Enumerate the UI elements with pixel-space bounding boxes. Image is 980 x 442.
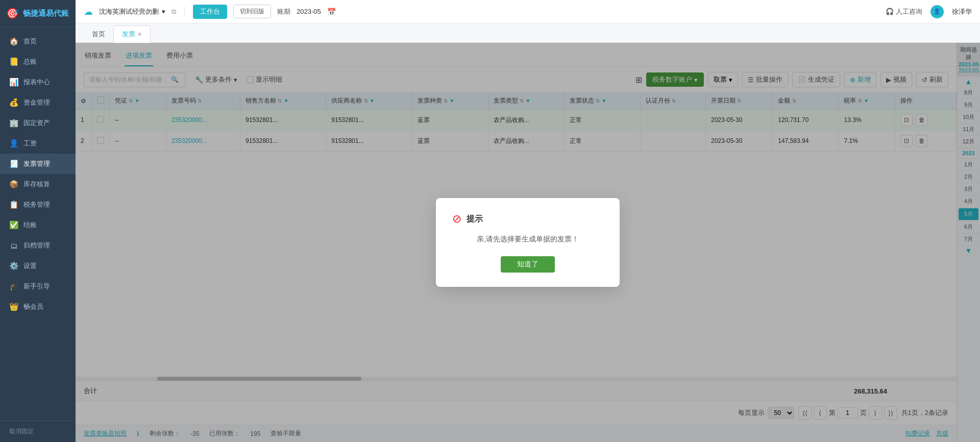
sidebar-label-archive: 归档管理 bbox=[23, 241, 50, 250]
sidebar-label-assets: 固定资产 bbox=[23, 118, 50, 128]
sidebar-label-inventory: 库存核算 bbox=[23, 180, 50, 189]
top-header: ☁ 沈海英测试经营勿删 ▾ ⧉ 工作台 切到旧版 账期 2023-05 📅 🎧 … bbox=[76, 0, 980, 23]
sidebar-item-settle[interactable]: ✅结账 bbox=[0, 215, 76, 235]
sidebar-label-settle: 结账 bbox=[23, 220, 37, 230]
sidebar-label-invoice: 发票管理 bbox=[23, 159, 50, 168]
sidebar-icon-settle: ✅ bbox=[9, 220, 18, 230]
company-name: 沈海英测试经营勿删 bbox=[99, 7, 159, 16]
company-selector[interactable]: 沈海英测试经营勿删 ▾ bbox=[99, 7, 165, 16]
header-right: 🎧 人工咨询 👤 徐泽华 bbox=[886, 5, 972, 18]
sidebar-nav: 🏠首页📒总账📊报表中心💰资金管理🏢固定资产👤工资🧾发票管理📦库存核算📋税务管理✅… bbox=[0, 27, 76, 421]
modal-warning-icon: ⊘ bbox=[452, 212, 461, 226]
modal-overlay: ⊘ 提示 亲,请先选择要生成单据的发票！ 知道了 bbox=[76, 43, 980, 442]
main-area: ☁ 沈海英测试经营勿删 ▾ ⧉ 工作台 切到旧版 账期 2023-05 📅 🎧 … bbox=[76, 0, 980, 442]
page-content: 销项发票 进项发票 费用小票 请输入号码/名称/全额/税额... 🔍 bbox=[76, 43, 980, 442]
modal-message: 亲,请先选择要生成单据的发票！ bbox=[477, 235, 579, 243]
tab-close-icon[interactable]: ✕ bbox=[137, 31, 142, 38]
sidebar-item-guide[interactable]: 🎓新手引导 bbox=[0, 276, 76, 297]
sidebar-icon-home: 🏠 bbox=[9, 37, 18, 46]
cloud-icon: ☁ bbox=[84, 6, 93, 17]
modal-title: 提示 bbox=[467, 214, 483, 225]
sidebar-icon-funds: 💰 bbox=[9, 98, 18, 107]
sidebar-label-reports: 报表中心 bbox=[23, 78, 50, 87]
sidebar-label-guide: 新手引导 bbox=[23, 282, 50, 291]
period-calendar-icon[interactable]: 📅 bbox=[327, 8, 336, 16]
sidebar-icon-archive: 🗂 bbox=[9, 241, 18, 250]
sidebar-item-archive[interactable]: 🗂归档管理 bbox=[0, 235, 76, 256]
sidebar-item-inventory[interactable]: 📦库存核算 bbox=[0, 174, 76, 194]
modal-box: ⊘ 提示 亲,请先选择要生成单据的发票！ 知道了 bbox=[436, 198, 620, 287]
period-label: 账期 bbox=[277, 7, 290, 16]
avatar-icon: 👤 bbox=[934, 8, 941, 15]
switch-old-version-button[interactable]: 切到旧版 bbox=[233, 5, 271, 18]
sidebar-icon-member: 👑 bbox=[9, 302, 18, 311]
sidebar-item-ledger[interactable]: 📒总账 bbox=[0, 52, 76, 72]
sidebar-label-settings: 设置 bbox=[23, 261, 37, 271]
headphone-icon: 🎧 bbox=[886, 8, 894, 15]
tab-home[interactable]: 首页 bbox=[84, 26, 113, 42]
sidebar-icon-guide: 🎓 bbox=[9, 282, 18, 291]
sidebar-label-member: 畅会员 bbox=[23, 302, 43, 311]
sidebar-item-settings[interactable]: ⚙️设置 bbox=[0, 256, 76, 276]
modal-header: ⊘ 提示 bbox=[452, 212, 603, 226]
sidebar-label-payroll: 工资 bbox=[23, 139, 37, 148]
modal-ok-button[interactable]: 知道了 bbox=[501, 256, 555, 273]
sidebar-item-invoice[interactable]: 🧾发票管理 bbox=[0, 154, 76, 174]
sidebar-label-funds: 资金管理 bbox=[23, 98, 50, 107]
sidebar-icon-invoice: 🧾 bbox=[9, 159, 18, 168]
user-avatar[interactable]: 👤 bbox=[930, 5, 944, 18]
modal-footer: 知道了 bbox=[452, 256, 603, 273]
sidebar-label-ledger: 总账 bbox=[23, 57, 37, 66]
username: 徐泽华 bbox=[952, 7, 972, 16]
sidebar-label-tax: 税务管理 bbox=[23, 200, 50, 209]
app-title: 畅捷通易代账 bbox=[23, 9, 69, 18]
sidebar-icon-reports: 📊 bbox=[9, 78, 18, 87]
human-service-btn[interactable]: 🎧 人工咨询 bbox=[886, 7, 922, 16]
sidebar-item-tax[interactable]: 📋税务管理 bbox=[0, 194, 76, 215]
header-separator bbox=[184, 7, 185, 17]
sidebar-item-reports[interactable]: 📊报表中心 bbox=[0, 72, 76, 92]
workbench-button[interactable]: 工作台 bbox=[193, 5, 227, 19]
sidebar-item-home[interactable]: 🏠首页 bbox=[0, 31, 76, 52]
sidebar-icon-settings: ⚙️ bbox=[9, 261, 18, 271]
app-logo: 🎯 畅捷通易代账 bbox=[0, 0, 76, 27]
sidebar-item-funds[interactable]: 💰资金管理 bbox=[0, 92, 76, 113]
sidebar-icon-ledger: 📒 bbox=[9, 57, 18, 66]
tab-invoice[interactable]: 发票 ✕ bbox=[113, 26, 151, 43]
sidebar-icon-inventory: 📦 bbox=[9, 180, 18, 189]
sidebar-item-member[interactable]: 👑畅会员 bbox=[0, 297, 76, 317]
sidebar: 🎯 畅捷通易代账 🏠首页📒总账📊报表中心💰资金管理🏢固定资产👤工资🧾发票管理📦库… bbox=[0, 0, 76, 442]
sidebar-label-home: 首页 bbox=[23, 37, 37, 46]
sidebar-icon-assets: 🏢 bbox=[9, 118, 18, 128]
sidebar-icon-payroll: 👤 bbox=[9, 139, 18, 148]
sidebar-item-payroll[interactable]: 👤工资 bbox=[0, 133, 76, 154]
header-copy-icon[interactable]: ⧉ bbox=[172, 8, 176, 16]
sidebar-icon-tax: 📋 bbox=[9, 200, 18, 209]
sidebar-item-assets[interactable]: 🏢固定资产 bbox=[0, 113, 76, 133]
sidebar-footer-unpin[interactable]: 取消固定 bbox=[0, 421, 76, 442]
modal-body: 亲,请先选择要生成单据的发票！ bbox=[452, 235, 603, 244]
tab-bar: 首页 发票 ✕ bbox=[76, 23, 980, 43]
period-value: 2023-05 bbox=[297, 8, 321, 15]
company-dropdown-icon: ▾ bbox=[162, 8, 165, 15]
